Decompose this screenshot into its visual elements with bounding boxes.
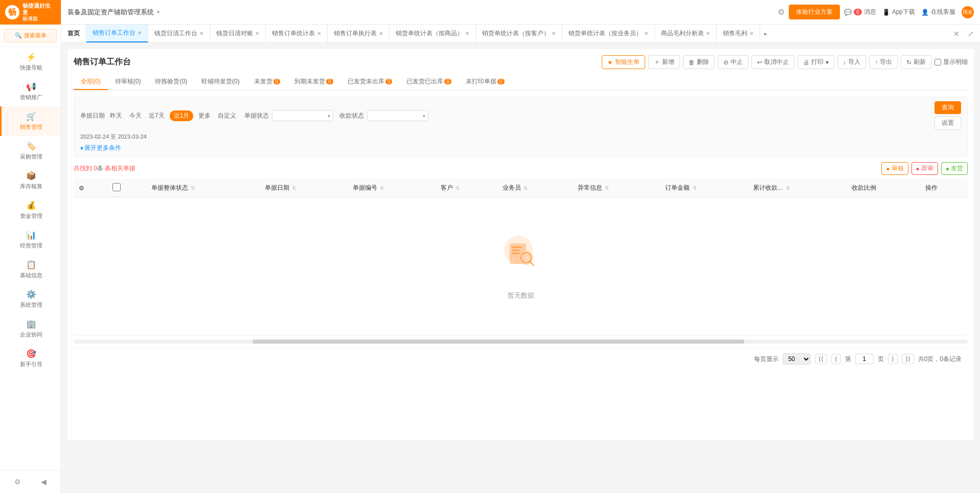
amount-sort-icon[interactable]: ⇅ [693,185,697,191]
tab-close-product-margin[interactable]: ✕ [706,31,710,36]
tabbar-more-button[interactable]: ▸ [760,30,771,37]
sub-tab-not-printed[interactable]: 未打印单据0 [459,74,512,90]
audit-button[interactable]: ● 审核 [881,162,908,175]
sub-tab-all[interactable]: 全部(0) [74,74,108,90]
sidebar-item-system[interactable]: ⚙️ 系统管理 [0,284,61,314]
date-options: 昨天 今天 近7天 近1月 更多 自定义 [108,110,238,121]
app-download-button[interactable]: 📱 App下载 [882,8,915,16]
customer-sort-icon[interactable]: ⇅ [455,185,460,191]
tab-sales-customer[interactable]: 销货单统计表（按客户） ✕ [476,25,562,42]
page-size-select[interactable]: 10 20 50 100 [783,353,811,365]
show-detail-input[interactable] [935,59,941,65]
status-select[interactable] [272,110,333,121]
tab-close-cash-reconcile[interactable]: ✕ [255,31,259,36]
smart-gen-button[interactable]: ★ 智能生单 [602,55,645,69]
prev-page-button[interactable]: ⟨ [831,354,841,364]
sidebar-item-inventory[interactable]: 📦 库存核算 [0,166,61,195]
tab-cash-reconcile[interactable]: 钱货日清对账 ✕ [210,25,266,42]
sidebar-settings-button[interactable]: ⚙ [11,475,24,489]
delete-button[interactable]: 🗑 删除 [683,55,715,69]
sidebar-item-purchase[interactable]: 🏷️ 采购管理 [0,136,61,166]
tab-home[interactable]: 首页 [61,25,86,42]
last-page-button[interactable]: ⟩⟩ [902,354,914,364]
query-button[interactable]: 查询 [935,101,961,114]
refresh-button[interactable]: ↻ 刷新 [901,55,931,69]
sub-tab-wangpu-deliver[interactable]: 旺铺待发货(0) [194,74,247,90]
empty-text: 暂无数据 [508,291,534,300]
filter-setting-button[interactable]: 设置 [935,116,961,130]
sidebar-item-base-info[interactable]: 📋 基础信息 [0,255,61,284]
date-opt-today[interactable]: 今天 [127,110,144,121]
tab-close-cash-daily[interactable]: ✕ [199,31,203,36]
tab-sales-profit[interactable]: 销售毛利 ✕ [717,25,760,42]
page-number-input[interactable] [855,354,874,364]
staff-sort-icon[interactable]: ⇅ [523,185,528,191]
received-sort-icon[interactable]: ⇅ [786,185,790,191]
next-page-button[interactable]: ⟩ [888,354,898,364]
ship-button[interactable]: ● 发货 [941,162,968,175]
payment-select[interactable] [367,110,428,121]
sub-tab-overdue-not-shipped[interactable]: 到期未发货0 [287,74,340,90]
date-opt-7days[interactable]: 近7天 [147,110,167,121]
select-all-checkbox[interactable] [112,183,121,191]
expand-filter-button[interactable]: ▾ 展开更多条件 [80,144,961,152]
sub-tab-not-shipped[interactable]: 未发货0 [247,74,288,90]
sub-tab-pending-review[interactable]: 待审核(0) [108,74,148,90]
sidebar-item-enterprise[interactable]: 🏢 企业协同 [0,314,61,344]
tab-close-sales-profit[interactable]: ✕ [749,31,754,36]
sub-tab-shipped-out[interactable]: 已发货已出库0 [399,74,459,90]
tab-close-sales-stats[interactable]: ✕ [317,31,321,36]
user-button[interactable]: 用友 [962,6,974,18]
tab-sales-order[interactable]: 销售订单工作台 ✕ [86,25,148,42]
date-opt-custom[interactable]: 自定义 [216,110,238,121]
settings-icon[interactable]: ⚙ [778,7,785,17]
add-button[interactable]: ＋ 新增 [648,55,680,69]
date-opt-yesterday[interactable]: 昨天 [108,110,124,121]
tabbar-maximize-button[interactable]: ⤢ [965,29,977,39]
tabbar-close-all-button[interactable]: ✕ [950,29,963,39]
tab-sales-product[interactable]: 销货单统计表（按商品） ✕ [390,25,476,42]
date-opt-more[interactable]: 更多 [196,110,213,121]
number-sort-icon[interactable]: ⇅ [380,185,384,191]
tab-close-sales-order[interactable]: ✕ [138,30,142,36]
sidebar-item-guide[interactable]: 🎯 新手引导 [0,344,61,373]
sidebar-item-finance[interactable]: 💰 资金管理 [0,195,61,225]
industry-solution-button[interactable]: 体验行业方案 [789,5,840,19]
date-opt-1month[interactable]: 近1月 [170,110,194,121]
sidebar-item-marketing[interactable]: 📢 营销推广 [0,77,61,106]
tab-close-sales-exec[interactable]: ✕ [379,31,383,36]
sub-tab-pending-inspect[interactable]: 待拣验货(0) [148,74,194,90]
first-page-button[interactable]: ⟨⟨ [815,354,827,364]
ship-icon: ● [946,165,949,172]
tab-close-sales-customer[interactable]: ✕ [552,31,556,36]
suspend-button[interactable]: ⊘ 中止 [718,55,748,69]
col-settings-icon[interactable]: ⚙ [79,185,84,192]
system-title-dropdown[interactable]: ▾ [157,9,159,15]
tab-close-sales-staff[interactable]: ✕ [644,31,648,36]
date-sort-icon[interactable]: ⇅ [292,185,296,191]
sidebar-collapse-button[interactable]: ◀ [38,475,50,489]
tab-sales-staff[interactable]: 销货单统计表（按业务员） ✕ [562,25,655,42]
abnormal-sort-icon[interactable]: ⇅ [605,185,609,191]
tab-close-sales-product[interactable]: ✕ [465,31,469,36]
horizontal-scrollbar[interactable] [74,340,968,344]
export-button[interactable]: ↑ 导出 [869,55,898,69]
cancel-suspend-button[interactable]: ↩ 取消中止 [751,55,794,69]
sub-tab-shipped-not-out[interactable]: 已发货未出库0 [340,74,400,90]
tab-sales-exec[interactable]: 销售订单执行表 ✕ [328,25,390,42]
show-detail-checkbox[interactable]: 显示明细 [935,58,968,66]
tab-product-margin[interactable]: 商品毛利分析表 ✕ [655,25,717,42]
message-button[interactable]: 💬 6 消息 [844,8,876,16]
sidebar-item-sales[interactable]: 🛒 销售管理 [0,106,61,136]
sidebar-item-operations[interactable]: 📊 经营管理 [0,225,61,255]
import-button[interactable]: ↓ 导入 [837,55,866,69]
status-sort-icon[interactable]: ⇅ [191,185,195,191]
online-service-button[interactable]: 👤 在线客服 [921,8,955,16]
search-menu-button[interactable]: 🔍 搜索菜单 [4,29,57,42]
tab-sales-stats[interactable]: 销售订单统计表 ✕ [266,25,328,42]
sidebar-item-quick-nav[interactable]: ⚡ 快捷导航 [0,47,61,77]
revoke-button[interactable]: ● 弃审 [911,162,938,175]
scrollbar-thumb[interactable] [253,340,744,344]
print-button[interactable]: 🖨 打印 ▾ [797,55,834,69]
tab-cash-daily[interactable]: 钱货日清工作台 ✕ [148,25,210,42]
